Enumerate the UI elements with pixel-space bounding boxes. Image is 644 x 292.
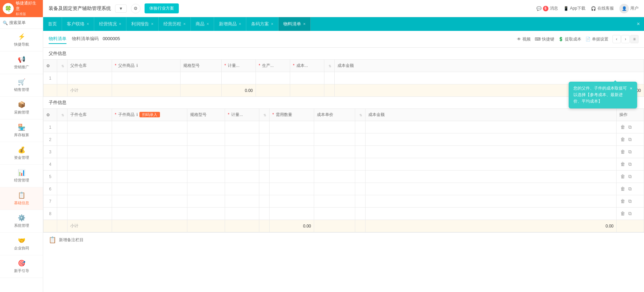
sub-tab-bom-code[interactable]: 物料清单编码 0000005	[72, 34, 120, 44]
experience-button[interactable]: 体验行业方案	[145, 3, 179, 13]
tab-products[interactable]: 商品 ×	[191, 17, 214, 31]
child-row-8-spec[interactable]	[187, 208, 225, 220]
next-button[interactable]: ›	[621, 35, 630, 43]
child-row-5-req-qty[interactable]	[270, 171, 314, 183]
tab-home[interactable]: 首页	[43, 17, 62, 31]
child-row-1-qty[interactable]	[225, 121, 259, 133]
sidebar-item-guide[interactable]: 🎯 新手引导	[0, 255, 43, 278]
sidebar-item-quick-nav[interactable]: ⚡ 快捷导航	[0, 29, 43, 51]
tab-products-close[interactable]: ×	[207, 22, 209, 26]
parent-row-1-cost[interactable]	[290, 72, 324, 84]
sub-tab-bom-list[interactable]: 物料清单	[49, 34, 66, 44]
tab-new-product-close[interactable]: ×	[239, 22, 241, 26]
child-row-8-cost-amount[interactable]	[366, 208, 617, 220]
child-row-4-delete[interactable]: 🗑	[620, 161, 625, 167]
tab-bar-close-all[interactable]: ×	[633, 21, 644, 27]
child-row-2-delete[interactable]: 🗑	[620, 137, 625, 142]
child-row-3-cost-unit[interactable]	[314, 146, 355, 158]
child-row-1-copy[interactable]: ⧉	[628, 124, 632, 130]
child-row-1-warehouse[interactable]	[67, 121, 112, 133]
child-row-6-cost-unit[interactable]	[314, 183, 355, 195]
tab-operation-status[interactable]: 经营情况 ×	[94, 17, 126, 31]
child-row-3-delete[interactable]: 🗑	[620, 149, 625, 154]
child-row-8-qty[interactable]	[225, 208, 259, 220]
child-row-4-spec[interactable]	[187, 158, 225, 171]
child-row-2-qty[interactable]	[225, 133, 259, 146]
action-single-setting[interactable]: 📄 单据设置	[585, 36, 608, 42]
child-row-7-product[interactable]	[112, 195, 187, 208]
system-dropdown[interactable]: ▼	[115, 4, 127, 13]
child-row-1-cost-unit[interactable]	[314, 121, 355, 133]
sidebar-item-inventory[interactable]: 🏪 库存核算	[0, 119, 43, 142]
action-view[interactable]: 👁 视频	[517, 36, 531, 42]
action-cost[interactable]: 💲 提取成本	[558, 36, 581, 42]
child-row-5-delete[interactable]: 🗑	[620, 174, 625, 179]
child-row-4-cost-amount[interactable]	[366, 158, 617, 171]
child-row-6-product[interactable]	[112, 183, 187, 195]
tab-barcode[interactable]: 条码方案 ×	[246, 17, 278, 31]
sidebar-item-operation[interactable]: 📊 经营管理	[0, 165, 43, 187]
child-row-8-req-qty[interactable]	[270, 208, 314, 220]
user-item[interactable]: 👤 用户	[619, 4, 639, 13]
child-row-5-spec[interactable]	[187, 171, 225, 183]
child-row-4-warehouse[interactable]	[67, 158, 112, 171]
child-row-5-qty[interactable]	[225, 171, 259, 183]
online-service-item[interactable]: 🎧 在线客服	[591, 5, 614, 11]
app-download-item[interactable]: 📱 App下载	[564, 5, 585, 11]
add-note-icon[interactable]: 📋	[49, 236, 56, 244]
child-row-7-qty[interactable]	[225, 195, 259, 208]
child-row-2-req-qty[interactable]	[270, 133, 314, 146]
child-row-4-req-qty[interactable]	[270, 158, 314, 171]
tab-profit-report[interactable]: 利润报告 ×	[126, 17, 159, 31]
child-row-4-product[interactable]	[112, 158, 187, 171]
tab-profit-report-close[interactable]: ×	[151, 22, 153, 26]
child-row-8-warehouse[interactable]	[67, 208, 112, 220]
child-row-2-product[interactable]	[112, 133, 187, 146]
child-row-5-product[interactable]	[112, 171, 187, 183]
child-row-2-warehouse[interactable]	[67, 133, 112, 146]
child-row-4-qty[interactable]	[225, 158, 259, 171]
tab-operation-history[interactable]: 经营历程 ×	[159, 17, 191, 31]
child-row-2-cost-unit[interactable]	[314, 133, 355, 146]
child-row-3-warehouse[interactable]	[67, 146, 112, 158]
message-item[interactable]: 💬 6 消息	[536, 5, 558, 11]
child-row-6-copy[interactable]: ⧉	[628, 186, 632, 191]
tab-bom[interactable]: 物料清单 ×	[278, 17, 311, 31]
action-shortcut[interactable]: ⌨ 快捷键	[535, 36, 554, 42]
tooltip-close-button[interactable]: ×	[630, 85, 632, 92]
sidebar-item-sales[interactable]: 🛒 销售管理	[0, 74, 43, 97]
sidebar-item-finance[interactable]: 💰 资金管理	[0, 142, 43, 165]
parent-row-1-warehouse[interactable]	[67, 72, 112, 84]
child-row-2-spec[interactable]	[187, 133, 225, 146]
tab-barcode-close[interactable]: ×	[271, 22, 273, 26]
child-row-6-qty[interactable]	[225, 183, 259, 195]
search-menu[interactable]: 🔍 搜索菜单	[0, 17, 43, 29]
tab-operation-status-close[interactable]: ×	[119, 22, 121, 26]
child-row-4-cost-unit[interactable]	[314, 158, 355, 171]
parent-col-settings[interactable]: ⚙	[44, 60, 57, 72]
child-row-3-cost-amount[interactable]	[366, 146, 617, 158]
child-row-1-cost-amount[interactable]	[366, 121, 617, 133]
child-product-info-icon[interactable]: ℹ	[136, 112, 138, 117]
child-row-7-spec[interactable]	[187, 195, 225, 208]
child-row-2-cost-amount[interactable]	[366, 133, 617, 146]
child-row-8-product[interactable]	[112, 208, 187, 220]
child-row-3-product[interactable]	[112, 146, 187, 158]
child-row-5-cost-amount[interactable]	[366, 171, 617, 183]
parent-row-1-prod[interactable]	[256, 72, 290, 84]
child-row-6-spec[interactable]	[187, 183, 225, 195]
child-row-1-delete[interactable]: 🗑	[620, 124, 625, 130]
child-row-3-qty[interactable]	[225, 146, 259, 158]
sidebar-item-purchase[interactable]: 📦 采购管理	[0, 97, 43, 119]
child-row-5-cost-unit[interactable]	[314, 171, 355, 183]
tab-customer-close[interactable]: ×	[87, 22, 89, 26]
child-row-4-copy[interactable]: ⧉	[628, 161, 632, 167]
child-row-7-delete[interactable]: 🗑	[620, 198, 625, 204]
parent-product-info-icon[interactable]: ℹ	[136, 63, 138, 68]
scan-button[interactable]: 扫码录入	[139, 112, 160, 117]
child-row-3-req-qty[interactable]	[270, 146, 314, 158]
add-note-label[interactable]: 新增备注栏目	[59, 237, 84, 243]
child-row-5-copy[interactable]: ⧉	[628, 174, 632, 179]
sidebar-item-basic[interactable]: 📋 基础信息	[0, 187, 43, 210]
child-row-7-copy[interactable]: ⧉	[628, 198, 632, 204]
